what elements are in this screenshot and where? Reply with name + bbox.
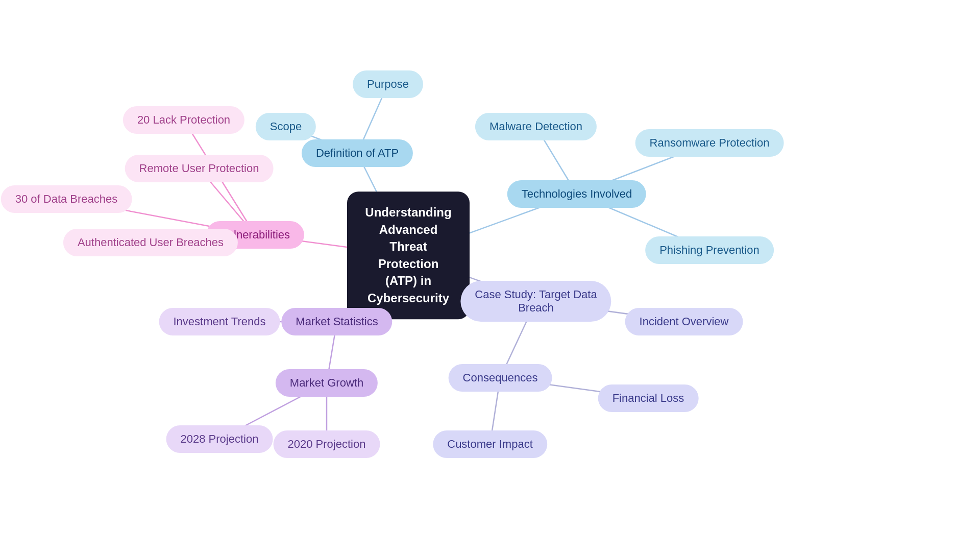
node-lack-protection[interactable]: 20 Lack Protection xyxy=(123,106,244,134)
node-phishing[interactable]: Phishing Prevention xyxy=(645,236,774,264)
node-scope[interactable]: Scope xyxy=(256,113,316,140)
node-incident[interactable]: Incident Overview xyxy=(625,308,743,335)
node-projection-2020[interactable]: 2020 Projection xyxy=(274,430,380,458)
node-customer[interactable]: Customer Impact xyxy=(433,430,547,458)
node-case-study[interactable]: Case Study: Target Data Breach xyxy=(460,281,611,322)
node-ransomware[interactable]: Ransomware Protection xyxy=(635,129,784,157)
mind-map-container: Understanding Advanced Threat Protection… xyxy=(0,0,980,553)
center-node[interactable]: Understanding Advanced Threat Protection… xyxy=(347,191,470,319)
node-market-stats[interactable]: Market Statistics xyxy=(281,308,392,335)
node-consequences[interactable]: Consequences xyxy=(449,364,552,392)
node-auth-user[interactable]: Authenticated User Breaches xyxy=(63,229,238,256)
node-investment[interactable]: Investment Trends xyxy=(159,308,280,335)
node-technologies[interactable]: Technologies Involved xyxy=(507,180,646,208)
node-market-growth[interactable]: Market Growth xyxy=(276,369,378,397)
connections-svg xyxy=(0,0,980,553)
node-remote-user[interactable]: Remote User Protection xyxy=(125,155,274,182)
node-definition[interactable]: Definition of ATP xyxy=(302,139,413,167)
node-purpose[interactable]: Purpose xyxy=(353,70,423,98)
node-malware[interactable]: Malware Detection xyxy=(475,113,597,140)
node-data-breaches[interactable]: 30 of Data Breaches xyxy=(1,185,132,213)
node-projection-2028[interactable]: 2028 Projection xyxy=(166,425,273,453)
node-financial[interactable]: Financial Loss xyxy=(598,384,699,412)
